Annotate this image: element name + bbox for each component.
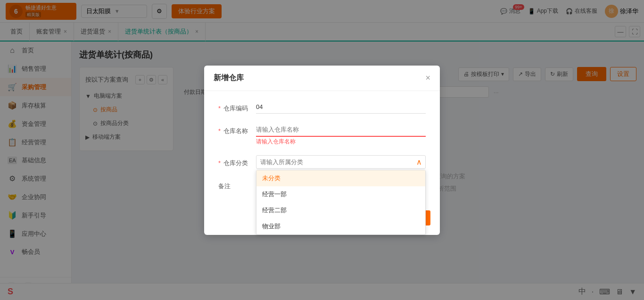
required-star2: * xyxy=(218,127,221,134)
dropdown-item-dept3[interactable]: 物业部 xyxy=(256,218,425,234)
form-row-name: * 仓库名称 请输入仓库名称 xyxy=(218,123,426,146)
name-field: 请输入仓库名称 xyxy=(256,123,426,146)
dropdown-item-dept1[interactable]: 经营一部 xyxy=(256,186,425,202)
form-row-code: * 仓库编码 xyxy=(218,100,426,114)
code-label: * 仓库编码 xyxy=(218,100,256,113)
code-field xyxy=(256,100,426,114)
remark-label: 备注 xyxy=(218,178,256,191)
new-warehouse-modal: 新增仓库 × * 仓库编码 * 仓库名称 xyxy=(204,66,440,235)
dropdown-item-dept2[interactable]: 经营二部 xyxy=(256,202,425,218)
modal-overlay: 新增仓库 × * 仓库编码 * 仓库名称 xyxy=(0,0,644,300)
required-star3: * xyxy=(218,159,221,167)
category-dropdown: 未分类 经营一部 经营二部 物业部 xyxy=(256,170,426,235)
category-field: ∧ 未分类 经营一部 经营二部 物业部 xyxy=(256,155,426,169)
category-input[interactable] xyxy=(256,155,426,169)
modal-title: 新增仓库 xyxy=(214,73,244,83)
modal-body: * 仓库编码 * 仓库名称 请输入仓库名称 xyxy=(204,91,440,206)
category-chevron-icon[interactable]: ∧ xyxy=(416,158,422,167)
modal-header: 新增仓库 × xyxy=(204,66,440,91)
dropdown-item-uncategorized[interactable]: 未分类 xyxy=(256,170,425,186)
name-error-msg: 请输入仓库名称 xyxy=(256,138,426,146)
name-input[interactable] xyxy=(256,123,426,137)
name-label: * 仓库名称 xyxy=(218,123,256,135)
modal-close-button[interactable]: × xyxy=(425,73,430,83)
category-label: * 仓库分类 xyxy=(218,155,256,167)
form-row-category: * 仓库分类 ∧ 未分类 经营一部 经营二部 物业部 xyxy=(218,155,426,169)
required-star: * xyxy=(218,105,221,112)
code-input[interactable] xyxy=(256,100,426,114)
